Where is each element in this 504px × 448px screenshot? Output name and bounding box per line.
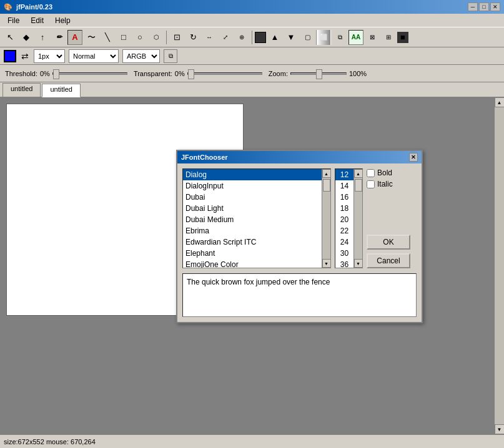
size-item-12[interactable]: 12: [335, 169, 353, 180]
size-scroll-up[interactable]: ▲: [354, 169, 363, 178]
font-item-dialoginput[interactable]: DialogInput: [183, 180, 322, 192]
bold-label: Bold: [377, 168, 392, 177]
swap-colors-button[interactable]: ⇄: [20, 51, 30, 61]
close-button[interactable]: ✕: [490, 2, 500, 11]
size-scroll-thumb[interactable]: [355, 179, 362, 192]
rotate-cw-tool[interactable]: ↻: [185, 30, 200, 45]
dialog-right-panel: Bold Italic OK Cancel: [367, 168, 417, 268]
ok-button[interactable]: OK: [367, 235, 410, 250]
circle-tool[interactable]: ○: [132, 30, 147, 45]
size-list-container: 12 14 16 18 20 22 24 30 36 ▲ ▼: [335, 168, 363, 268]
color-mode-select[interactable]: ARGB RGB HSV: [122, 49, 160, 63]
line-tool[interactable]: ╲: [100, 30, 115, 45]
title-bar-controls: ─ □ ✕: [468, 2, 500, 11]
scroll-down-button[interactable]: ▼: [495, 424, 505, 434]
size-item-14[interactable]: 14: [335, 180, 353, 192]
font-scroll-thumb[interactable]: [323, 179, 330, 192]
transparent-thumb[interactable]: [188, 69, 194, 79]
font-dialog[interactable]: JFontChooser ✕ Dialog DialogInput Dubai …: [176, 150, 423, 323]
copy-button[interactable]: ⧉: [164, 49, 177, 63]
zoom-in-tool[interactable]: ⊕: [234, 30, 249, 45]
gradient-tool[interactable]: ▼: [284, 30, 299, 45]
status-text: size:672x552 mouse: 670,264: [4, 438, 96, 446]
threshold-thumb[interactable]: [53, 69, 59, 79]
size-item-20[interactable]: 20: [335, 214, 353, 225]
pattern-tool[interactable]: ⧉: [332, 30, 347, 45]
italic-row: Italic: [367, 180, 417, 188]
menu-edit[interactable]: Edit: [26, 15, 49, 26]
zoom-track: [290, 72, 347, 75]
font-list-container: Dialog DialogInput Dubai Dubai Light Dub…: [182, 168, 331, 268]
toolbar-sep1: [166, 31, 167, 44]
pencil-tool[interactable]: ✏: [51, 30, 66, 45]
vertical-scrollbar[interactable]: ▲ ▼: [494, 97, 504, 434]
menu-file[interactable]: File: [2, 15, 24, 26]
stroke-size-select[interactable]: 1px 2px 3px 4px: [34, 49, 65, 63]
transparent-track: [187, 72, 262, 75]
menu-help[interactable]: Help: [50, 15, 76, 26]
zoom-thumb[interactable]: [316, 69, 322, 79]
font-item-emojione[interactable]: EmojiOne Color: [183, 259, 322, 268]
maximize-button[interactable]: □: [479, 2, 489, 11]
italic-checkbox[interactable]: [367, 180, 375, 188]
size-item-30[interactable]: 30: [335, 248, 353, 259]
font-item-dubai-light[interactable]: Dubai Light: [183, 203, 322, 214]
font-item-dubai[interactable]: Dubai: [183, 192, 322, 203]
minimize-button[interactable]: ─: [468, 2, 478, 11]
size-item-36[interactable]: 36: [335, 259, 353, 268]
style-checkboxes: Bold Italic: [367, 168, 417, 188]
params-bar: Threshold: 0% Transparent: 0% Zoom: 100%: [0, 65, 504, 82]
gradient2-tool[interactable]: ⬜: [316, 30, 331, 45]
transparent-value: 0%: [175, 70, 185, 77]
size-item-16[interactable]: 16: [335, 192, 353, 203]
font-list[interactable]: Dialog DialogInput Dubai Dubai Light Dub…: [183, 169, 330, 268]
aa-tool[interactable]: AA: [348, 30, 363, 45]
font-item-elephant[interactable]: Elephant: [183, 248, 322, 259]
crop-tool[interactable]: ⊡: [169, 30, 184, 45]
rect-tool[interactable]: □: [116, 30, 131, 45]
app-icon: 🎨: [4, 3, 12, 11]
move-tool[interactable]: ↑: [35, 30, 50, 45]
size-scroll-down[interactable]: ▼: [354, 259, 363, 268]
font-dialog-titlebar: JFontChooser ✕: [177, 151, 422, 163]
curve-tool[interactable]: 〜: [84, 30, 99, 45]
preview-text: The quick brown fox jumped over the fenc…: [187, 278, 330, 286]
font-item-edwardian[interactable]: Edwardian Script ITC: [183, 236, 322, 248]
dark-tool[interactable]: ■: [397, 32, 408, 43]
zoom-param: Zoom: 100%: [269, 70, 367, 77]
size-item-18[interactable]: 18: [335, 203, 353, 214]
font-scroll-down[interactable]: ▼: [322, 259, 331, 268]
select-tool[interactable]: ↖: [2, 30, 17, 45]
font-dialog-title: JFontChooser: [181, 153, 228, 161]
color-box-tool[interactable]: [255, 32, 266, 43]
font-scroll-track: [322, 178, 331, 259]
tab-1[interactable]: untitled: [42, 84, 80, 97]
size-item-24[interactable]: 24: [335, 236, 353, 248]
font-item-dubai-medium[interactable]: Dubai Medium: [183, 214, 322, 225]
checker-tool[interactable]: ⊞: [381, 30, 396, 45]
text-tool[interactable]: A: [67, 30, 82, 45]
status-bar: size:672x552 mouse: 670,264: [0, 434, 504, 448]
dialog-preview: The quick brown fox jumped over the fenc…: [182, 273, 417, 317]
size-list-scrollbar: ▲ ▼: [353, 169, 362, 268]
flip-h-tool[interactable]: ↔: [202, 30, 217, 45]
font-scroll-up[interactable]: ▲: [322, 169, 331, 178]
blend-mode-select[interactable]: Normal Multiply Screen Overlay: [69, 49, 119, 63]
options-bar: ⇄ 1px 2px 3px 4px Normal Multiply Screen…: [0, 47, 504, 65]
font-item-ebrima[interactable]: Ebrima: [183, 225, 322, 236]
font-item-dialog[interactable]: Dialog: [183, 169, 322, 180]
round-rect-tool[interactable]: ▢: [300, 30, 315, 45]
size-item-22[interactable]: 22: [335, 225, 353, 236]
resize-tool[interactable]: ⤢: [218, 30, 233, 45]
fill-tool[interactable]: ◆: [19, 30, 34, 45]
eraser-tool[interactable]: ⊠: [365, 30, 380, 45]
color-picker-tool[interactable]: ▲: [267, 30, 282, 45]
tab-0[interactable]: untitled: [2, 83, 41, 97]
cancel-button[interactable]: Cancel: [367, 253, 410, 268]
transform-tool[interactable]: ⬡: [149, 30, 164, 45]
scroll-up-button[interactable]: ▲: [495, 97, 505, 107]
dialog-close-button[interactable]: ✕: [409, 153, 418, 162]
foreground-color[interactable]: [4, 50, 16, 62]
threshold-label: Threshold:: [5, 70, 37, 77]
bold-checkbox[interactable]: [367, 169, 375, 177]
